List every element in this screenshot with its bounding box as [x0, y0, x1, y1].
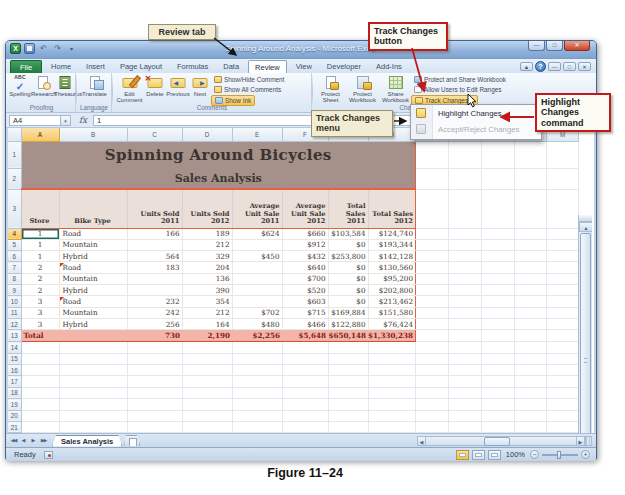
first-sheet-icon[interactable] [9, 436, 18, 445]
cell[interactable] [416, 330, 449, 342]
cell[interactable] [515, 273, 547, 284]
cell[interactable]: $0 [328, 262, 368, 273]
cell[interactable]: 1 [21, 228, 59, 239]
cell[interactable] [515, 262, 547, 273]
cell[interactable]: $253,800 [328, 251, 368, 262]
row-header-12[interactable]: 12 [8, 318, 21, 329]
cell[interactable] [127, 421, 182, 432]
cell[interactable] [59, 342, 127, 353]
zoom-slider[interactable] [542, 454, 578, 456]
select-all-corner[interactable] [8, 128, 21, 141]
cell[interactable] [449, 376, 482, 387]
tab-formulas[interactable]: Formulas [171, 60, 214, 73]
cell[interactable] [127, 239, 182, 250]
cell[interactable] [515, 296, 547, 307]
cell[interactable]: 204 [182, 262, 232, 273]
cell[interactable] [127, 364, 182, 375]
cell[interactable] [515, 189, 547, 228]
cell[interactable] [515, 168, 547, 189]
menu-item-highlight-changes[interactable]: Highlight Changes... [411, 105, 541, 121]
previous-comment-button[interactable]: Previous [166, 75, 190, 105]
cell[interactable] [232, 284, 282, 295]
cell[interactable] [127, 353, 182, 364]
cell[interactable] [182, 399, 232, 410]
cell[interactable] [328, 376, 368, 387]
row-header-9[interactable]: 9 [8, 284, 21, 295]
cell[interactable] [232, 296, 282, 307]
row-header-11[interactable]: 11 [8, 307, 21, 318]
cell[interactable]: $660 [282, 228, 328, 239]
cell[interactable]: $624 [232, 228, 282, 239]
previous-sheet-icon[interactable] [19, 436, 28, 445]
cell[interactable] [416, 251, 449, 262]
cell[interactable]: Hybrid [59, 251, 127, 262]
total-value-cell[interactable]: 2,190 [182, 330, 232, 342]
cell[interactable] [449, 284, 482, 295]
cell[interactable] [449, 262, 482, 273]
cell[interactable] [416, 376, 449, 387]
cell[interactable] [232, 353, 282, 364]
thesaurus-button[interactable]: Thesaurus [54, 75, 76, 105]
cell[interactable] [449, 251, 482, 262]
cell[interactable] [515, 410, 547, 421]
row-header-16[interactable]: 16 [8, 364, 21, 375]
column-header-e[interactable]: E [232, 128, 282, 141]
cell[interactable] [282, 376, 328, 387]
total-value-cell[interactable]: $5,648 [282, 330, 328, 342]
cell[interactable]: 1 [21, 251, 59, 262]
cell[interactable] [482, 376, 515, 387]
cell[interactable] [416, 141, 449, 168]
zoom-level[interactable]: 100% [506, 450, 525, 459]
tab-developer[interactable]: Developer [321, 60, 367, 73]
cell[interactable]: 256 [127, 318, 182, 329]
cell[interactable] [416, 273, 449, 284]
cell[interactable] [547, 387, 579, 398]
vertical-split-box[interactable] [579, 215, 592, 222]
cell[interactable]: $640 [282, 262, 328, 273]
sheet-title-cell[interactable]: Spinning Around Bicycles [21, 141, 416, 168]
row-header-18[interactable]: 18 [8, 387, 21, 398]
cell[interactable] [59, 364, 127, 375]
cell[interactable] [368, 399, 416, 410]
cell[interactable]: 1 [21, 239, 59, 250]
cell[interactable]: 329 [182, 251, 232, 262]
scroll-left-icon[interactable]: ◀ [417, 436, 426, 446]
row-header-8[interactable]: 8 [8, 273, 21, 284]
cell[interactable] [182, 353, 232, 364]
delete-comment-button[interactable]: Delete [145, 75, 165, 105]
row-header-3[interactable]: 3 [8, 189, 21, 228]
cell[interactable] [127, 376, 182, 387]
cell[interactable] [547, 262, 579, 273]
cell[interactable] [282, 399, 328, 410]
cell[interactable]: Road [59, 296, 127, 307]
cell[interactable] [482, 168, 515, 189]
cell[interactable] [416, 364, 449, 375]
cell[interactable] [482, 330, 515, 342]
table-header-cell[interactable]: Total Sales 2011 [328, 189, 368, 228]
cell[interactable]: $130,560 [368, 262, 416, 273]
cell[interactable] [449, 399, 482, 410]
cell[interactable] [482, 284, 515, 295]
cell[interactable]: 183 [127, 262, 182, 273]
horizontal-scroll-thumb[interactable] [484, 437, 510, 446]
cell[interactable] [328, 353, 368, 364]
cell[interactable] [232, 421, 282, 432]
cell[interactable]: $95,200 [368, 273, 416, 284]
cell[interactable] [232, 342, 282, 353]
cell[interactable] [416, 353, 449, 364]
cell[interactable]: $76,424 [368, 318, 416, 329]
cell[interactable] [416, 239, 449, 250]
page-layout-view-button[interactable] [472, 450, 485, 460]
macro-record-icon[interactable] [44, 451, 53, 459]
cell[interactable]: $151,580 [368, 307, 416, 318]
cell[interactable] [449, 364, 482, 375]
cell[interactable] [282, 342, 328, 353]
cell[interactable]: 232 [127, 296, 182, 307]
cell[interactable]: $0 [328, 239, 368, 250]
cell[interactable]: $142,128 [368, 251, 416, 262]
cell[interactable] [328, 387, 368, 398]
cell[interactable]: Hybrid [59, 318, 127, 329]
cell[interactable] [547, 318, 579, 329]
cell[interactable] [482, 251, 515, 262]
cell[interactable] [59, 376, 127, 387]
